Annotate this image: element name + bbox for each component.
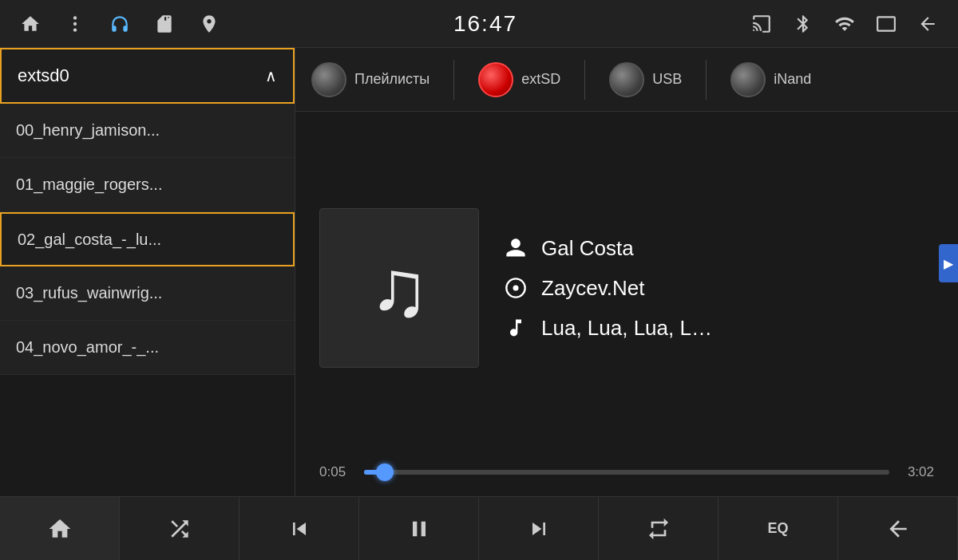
current-time: 0:05: [319, 464, 351, 480]
next-button[interactable]: [479, 497, 599, 560]
tab-inand[interactable]: iNand: [730, 62, 811, 97]
music-note-icon: ♫: [370, 243, 430, 334]
shuffle-button[interactable]: [120, 497, 240, 560]
status-bar-left: [16, 10, 224, 38]
tab-playlists-label: Плейлисты: [354, 71, 430, 88]
tab-divider: [453, 60, 454, 100]
main-layout: extsd0 ∧ 00_henry_jamison... 01_maggie_r…: [0, 48, 958, 496]
side-hint-icon: ▶: [944, 256, 953, 271]
svg-point-2: [73, 28, 77, 31]
usb-dot: [609, 62, 644, 97]
song-row: Lua, Lua, Lua, L…: [503, 315, 934, 341]
list-item[interactable]: 02_gal_costa_-_lu...: [0, 212, 295, 266]
progress-thumb[interactable]: [376, 463, 394, 481]
artist-name: Gal Costa: [541, 236, 634, 261]
artist-icon: [503, 235, 528, 261]
song-title: Lua, Lua, Lua, L…: [541, 316, 712, 341]
player-area: ♫ Gal Costa Zaycev.Net: [295, 112, 958, 464]
tab-playlists[interactable]: Плейлисты: [311, 62, 430, 97]
sidebar-title: extsd0: [18, 65, 69, 86]
svg-point-0: [73, 16, 77, 19]
sidebar: extsd0 ∧ 00_henry_jamison... 01_maggie_r…: [0, 48, 295, 496]
album-icon: [503, 275, 528, 301]
headphones-icon[interactable]: [105, 10, 134, 38]
tab-divider: [584, 60, 585, 100]
content-area: Плейлисты extSD USB iNand ♫: [295, 48, 958, 496]
side-hint-button[interactable]: ▶: [939, 244, 958, 282]
playlists-dot: [311, 62, 346, 97]
list-item[interactable]: 04_novo_amor_-_...: [0, 321, 295, 375]
cast-icon[interactable]: [747, 10, 776, 38]
list-item[interactable]: 01_maggie_rogers...: [0, 158, 295, 212]
artist-row: Gal Costa: [503, 235, 934, 261]
home-button[interactable]: [0, 497, 120, 560]
album-row: Zaycev.Net: [503, 275, 934, 301]
location-icon[interactable]: [195, 10, 224, 38]
sidebar-header[interactable]: extsd0 ∧: [0, 48, 295, 104]
bluetooth-icon[interactable]: [789, 10, 817, 38]
tab-usb-label: USB: [652, 71, 682, 88]
sdcard-icon[interactable]: [150, 10, 179, 38]
extsd-dot: [478, 62, 513, 97]
prev-button[interactable]: [240, 497, 359, 560]
list-item[interactable]: 00_henry_jamison...: [0, 104, 295, 158]
tab-extsd-label: extSD: [521, 71, 560, 88]
pause-button[interactable]: [359, 497, 479, 560]
menu-icon[interactable]: [61, 10, 89, 38]
back-status-icon[interactable]: [913, 10, 942, 38]
album-name: Zaycev.Net: [541, 276, 645, 301]
clock: 16:47: [453, 11, 517, 37]
list-item[interactable]: 03_rufus_wainwrig...: [0, 266, 295, 321]
svg-rect-3: [877, 17, 895, 30]
back-button[interactable]: [838, 497, 958, 560]
svg-point-5: [513, 286, 519, 291]
bottom-controls: EQ: [0, 496, 958, 560]
eq-button[interactable]: EQ: [718, 497, 838, 560]
tab-extsd[interactable]: extSD: [478, 62, 560, 97]
progress-area: 0:05 3:02: [295, 464, 958, 496]
source-tabs: Плейлисты extSD USB iNand: [295, 48, 958, 112]
status-bar: 16:47: [0, 0, 958, 48]
total-time: 3:02: [902, 464, 934, 480]
svg-point-1: [73, 22, 77, 25]
progress-bar[interactable]: [364, 470, 889, 475]
track-info: Gal Costa Zaycev.Net Lua, Lua, Lua, L…: [503, 235, 934, 341]
chevron-up-icon: ∧: [265, 66, 277, 85]
song-icon: [503, 315, 528, 341]
inand-dot: [730, 62, 766, 97]
window-icon[interactable]: [872, 10, 901, 38]
album-art: ♫: [319, 208, 479, 368]
wifi-icon[interactable]: [830, 10, 859, 38]
tab-inand-label: iNand: [774, 71, 811, 88]
home-status-icon[interactable]: [16, 10, 45, 38]
repeat-button[interactable]: [599, 497, 718, 560]
status-bar-right: [747, 10, 942, 38]
tab-divider: [706, 60, 707, 100]
tab-usb[interactable]: USB: [609, 62, 682, 97]
